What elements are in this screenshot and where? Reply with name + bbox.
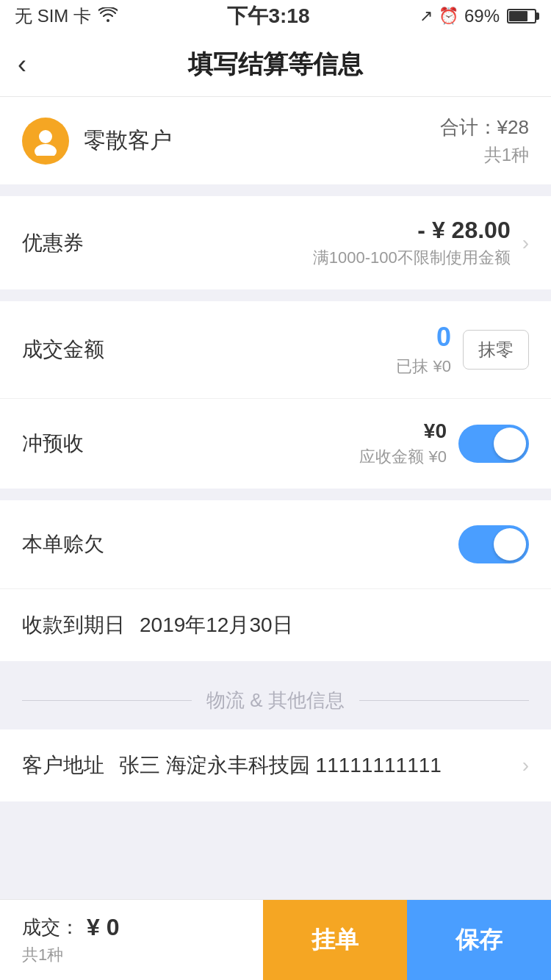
battery-icon [507, 9, 536, 24]
deal-amount-label: 成交金额 [22, 336, 104, 364]
coupon-chevron-icon: › [522, 231, 529, 255]
prepay-toggle[interactable] [458, 425, 529, 463]
credit-label: 本单赊欠 [22, 530, 104, 558]
coupon-value: - ¥ 28.00 [313, 217, 511, 244]
svg-point-0 [39, 130, 52, 143]
due-date-value: 2019年12月30日 [140, 611, 293, 639]
bottom-deal: 成交： ¥ 0 [22, 914, 241, 941]
battery-percent: 69% [464, 6, 500, 26]
svg-point-1 [35, 144, 57, 156]
status-right: ↗ ⏰ 69% [419, 6, 536, 26]
due-date-row: 收款到期日 2019年12月30日 [0, 588, 551, 661]
deal-amount-col: 0 已抹 ¥0 [396, 322, 451, 378]
customer-name: 零散客户 [84, 126, 172, 156]
coupon-desc: 满1000-100不限制使用金额 [313, 247, 511, 269]
hold-button[interactable]: 挂单 [263, 900, 407, 980]
coupon-row[interactable]: 优惠券 - ¥ 28.00 满1000-100不限制使用金额 › [0, 196, 551, 289]
deal-amount-value: 0 [396, 322, 451, 353]
location-icon: ↗ [419, 7, 433, 26]
logistics-line-right [359, 700, 529, 701]
credit-toggle[interactable] [458, 525, 529, 563]
status-bar: 无 SIM 卡 下午3:18 ↗ ⏰ 69% [0, 0, 551, 32]
due-date-label: 收款到期日 [22, 611, 125, 639]
customer-avatar [22, 118, 69, 165]
round-zero-button[interactable]: 抹零 [463, 330, 529, 370]
bottom-bar: 成交： ¥ 0 共1种 挂单 保存 [0, 899, 551, 980]
page-title: 填写结算等信息 [188, 48, 363, 82]
status-left: 无 SIM 卡 [15, 4, 118, 28]
coupon-right: - ¥ 28.00 满1000-100不限制使用金额 › [313, 217, 529, 269]
deal-amount-right: 0 已抹 ¥0 抹零 [396, 322, 529, 378]
deal-amount-row: 成交金额 0 已抹 ¥0 抹零 [0, 301, 551, 399]
customer-card: 零散客户 合计：¥28 共1种 [0, 97, 551, 184]
bottom-deal-amount: ¥ 0 [87, 914, 119, 941]
content: 零散客户 合计：¥28 共1种 优惠券 - ¥ 28.00 满1000-100不… [0, 97, 551, 890]
customer-right: 合计：¥28 共1种 [440, 115, 529, 167]
prepay-right: ¥0 应收金额 ¥0 [359, 419, 447, 468]
save-button[interactable]: 保存 [407, 900, 551, 980]
bottom-summary: 成交： ¥ 0 共1种 [0, 900, 263, 980]
credit-row: 本单赊欠 [0, 500, 551, 588]
logistics-divider: 物流 & 其他信息 [0, 673, 551, 728]
total-label: 合计：¥28 [440, 115, 529, 140]
toggle-knob [494, 428, 526, 460]
prepay-right-container: ¥0 应收金额 ¥0 [359, 419, 529, 468]
prepay-amount: ¥0 [359, 419, 447, 443]
address-chevron-icon: › [522, 754, 529, 777]
logistics-line-left [22, 700, 192, 701]
address-row[interactable]: 客户地址 张三 海淀永丰科技园 11111111111 › [0, 729, 551, 801]
status-time: 下午3:18 [227, 2, 309, 30]
credit-toggle-knob [494, 528, 526, 561]
bottom-count: 共1种 [22, 944, 241, 966]
deal-prepay-section: 成交金额 0 已抹 ¥0 抹零 冲预收 ¥0 应收金额 ¥0 [0, 301, 551, 489]
credit-section: 本单赊欠 收款到期日 2019年12月30日 [0, 500, 551, 661]
coupon-label: 优惠券 [22, 229, 84, 257]
address-value: 张三 海淀永丰科技园 11111111111 [119, 752, 522, 779]
back-button[interactable]: ‹ [18, 49, 26, 80]
already-rounded: 已抹 ¥0 [396, 356, 451, 378]
total-count: 共1种 [440, 143, 529, 167]
prepay-label: 冲预收 [22, 430, 84, 458]
wifi-icon [98, 6, 118, 26]
address-label: 客户地址 [22, 752, 104, 779]
customer-left: 零散客户 [22, 118, 172, 165]
prepay-receivable: 应收金额 ¥0 [359, 446, 447, 468]
coupon-section: 优惠券 - ¥ 28.00 满1000-100不限制使用金额 › [0, 196, 551, 289]
prepay-row: 冲预收 ¥0 应收金额 ¥0 [0, 399, 551, 489]
coupon-col: - ¥ 28.00 满1000-100不限制使用金额 [313, 217, 511, 269]
alarm-icon: ⏰ [439, 7, 458, 26]
nav-bar: ‹ 填写结算等信息 [0, 32, 551, 97]
bottom-deal-label: 成交： [22, 915, 79, 940]
no-sim-text: 无 SIM 卡 [15, 4, 91, 28]
logistics-text: 物流 & 其他信息 [192, 688, 359, 713]
